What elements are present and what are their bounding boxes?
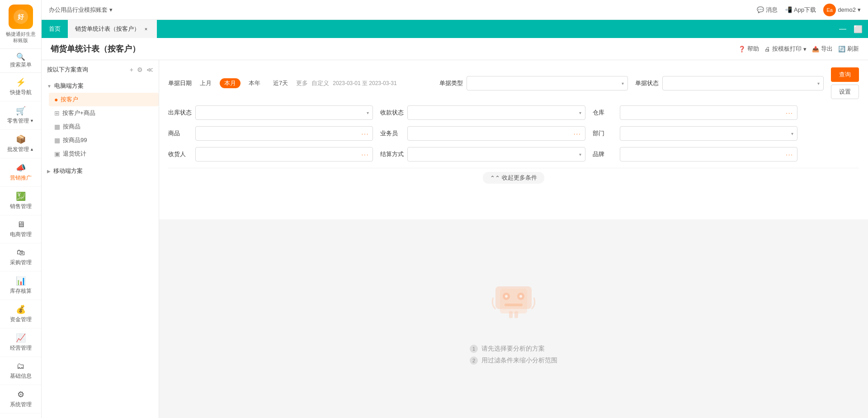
filter-item-by-product99[interactable]: ▦ 按商品99	[49, 133, 159, 147]
tab-home[interactable]: 首页	[42, 20, 68, 38]
help-icon: ❓	[738, 46, 745, 52]
doc-status-field: 单据状态 ▾	[635, 76, 824, 90]
sidebar-item-basics[interactable]: 🗂 基础信息	[0, 357, 41, 385]
wholesale-icon: 📦	[16, 134, 26, 144]
app-download-btn[interactable]: 📲 App下载	[785, 6, 816, 14]
product-dots: ···	[361, 130, 369, 137]
sidebar-item-quicknav-label: 快捷导航	[10, 89, 32, 96]
sidebar-item-quicknav[interactable]: ⚡ 快捷导航	[0, 73, 41, 101]
ecommerce-label: 电商管理	[10, 231, 32, 238]
wholesale-label: 批发管理	[7, 146, 29, 153]
purchase-icon: 🛍	[17, 248, 25, 257]
date-btn-7days[interactable]: 近7天	[269, 77, 292, 89]
date-btn-custom[interactable]: 自定义	[311, 79, 329, 87]
print-btn[interactable]: 🖨 按模板打印 ▾	[764, 45, 807, 53]
sidebar-item-marketing[interactable]: 📣 营销推广	[0, 158, 41, 187]
message-icon: 💬	[757, 6, 764, 13]
filter-add-btn[interactable]: +	[130, 66, 133, 73]
doc-type-select[interactable]: ▾	[467, 76, 628, 90]
page-header: 销货单统计表（按客户） ❓ 帮助 🖨 按模板打印 ▾ 📤 导出 🔄 刷新	[42, 38, 868, 60]
operations-icon: 📈	[16, 333, 26, 343]
company-dropdown[interactable]: 办公用品行业模拟账套 ▾	[49, 6, 113, 14]
receiver-select[interactable]: ···	[195, 147, 373, 162]
finance-icon: 💰	[16, 304, 26, 314]
date-btn-more[interactable]: 更多	[296, 79, 308, 87]
salesperson-select[interactable]: ···	[407, 126, 585, 141]
filter-item-returns[interactable]: ▣ 退货统计	[49, 147, 159, 161]
query-button[interactable]: 查询	[831, 67, 859, 82]
collapse-btn[interactable]: ⌃⌃ 收起更多条件	[483, 172, 544, 184]
tab-close-btn[interactable]: ×	[142, 25, 150, 33]
filter-section-mobile-header[interactable]: ▶ 移动端方案	[42, 164, 159, 178]
date-label: 单据日期	[168, 79, 192, 87]
department-field: 部门 ▾	[593, 126, 797, 141]
date-btn-this-month[interactable]: 本月	[220, 78, 241, 88]
inventory-label: 库存核算	[10, 287, 32, 295]
filter-sidebar: 按以下方案查询 + ⚙ ≪ ▼ 电脑端方案 ● 按客	[42, 60, 159, 418]
filter-item-by-customer[interactable]: ● 按客户	[49, 93, 159, 106]
sidebar-item-system[interactable]: ⚙ 系统管理	[0, 385, 41, 413]
filter-row-2: 出库状态 ▾ 收款状态 ▾	[168, 105, 859, 120]
department-label: 部门	[593, 129, 616, 138]
filter-collapse-btn[interactable]: ≪	[146, 66, 153, 73]
tab-active[interactable]: 销货单统计表（按客户） ×	[68, 20, 157, 38]
out-status-field: 出库状态 ▾	[168, 105, 373, 120]
by-product99-icon: ▦	[54, 137, 60, 144]
brand-select[interactable]: ···	[620, 147, 797, 162]
sidebar-item-finance[interactable]: 💰 资金管理	[0, 300, 41, 328]
product-field: 商品 ···	[168, 126, 373, 141]
sidebar-item-inventory[interactable]: 📊 库存核算	[0, 271, 41, 300]
warehouse-dots: ···	[786, 109, 793, 116]
basics-icon: 🗂	[17, 361, 25, 371]
collapse-label: 收起更多条件	[502, 174, 537, 182]
sidebar-item-sales[interactable]: 💹 销售管理	[0, 187, 41, 215]
product-select[interactable]: ···	[195, 126, 373, 141]
user-dropdown-arrow: ▾	[858, 6, 861, 13]
sidebar-item-wholesale[interactable]: 📦 批发管理 ▲	[0, 130, 41, 158]
doc-status-label: 单据状态	[635, 79, 659, 87]
message-btn[interactable]: 💬 消息	[757, 6, 778, 14]
sidebar-search[interactable]: 🔍 搜索菜单	[0, 49, 41, 73]
user-profile-btn[interactable]: Ea demo2 ▾	[823, 4, 861, 16]
receipt-status-field: 收款状态 ▾	[380, 105, 585, 120]
tab-bar-right: — ⬜	[837, 23, 868, 35]
logo-text: 畅捷通好生意 标账版	[4, 31, 38, 44]
brand-label: 品牌	[593, 150, 616, 158]
filter-settings-btn[interactable]: ⚙	[137, 66, 143, 73]
filter-sidebar-btns: + ⚙ ≪	[130, 66, 153, 73]
export-btn[interactable]: 📤 导出	[812, 45, 833, 53]
settlement-select[interactable]: ▾	[407, 147, 585, 162]
sidebar-item-enterprise[interactable]: 🤝 企业协同	[0, 413, 41, 418]
export-icon: 📤	[812, 46, 819, 52]
sidebar-item-ecommerce[interactable]: 🖥 电商管理	[0, 215, 41, 243]
doc-type-label: 单据类型	[439, 79, 463, 87]
date-btn-last-month[interactable]: 上月	[195, 77, 216, 89]
sidebar-item-purchase[interactable]: 🛍 采购管理	[0, 243, 41, 271]
refresh-btn[interactable]: 🔄 刷新	[838, 45, 859, 53]
sidebar-item-retail[interactable]: 🛒 零售管理 ▼	[0, 101, 41, 130]
warehouse-select[interactable]: ···	[620, 105, 797, 120]
content-body: 按以下方案查询 + ⚙ ≪ ▼ 电脑端方案 ● 按客	[42, 60, 868, 418]
sidebar-item-operations[interactable]: 📈 经营管理	[0, 328, 41, 357]
logo-image: 好	[9, 5, 33, 29]
tab-minimize-btn[interactable]: —	[837, 23, 848, 35]
filter-section-desktop-header[interactable]: ▼ 电脑端方案	[42, 79, 159, 93]
settlement-arrow: ▾	[579, 152, 581, 157]
filter-item-by-product[interactable]: ▦ 按商品	[49, 120, 159, 133]
help-btn[interactable]: ❓ 帮助	[738, 45, 759, 53]
filter-section-desktop-label: 电脑端方案	[54, 82, 84, 90]
receipt-status-select[interactable]: ▾	[407, 105, 585, 120]
doc-status-select[interactable]: ▾	[662, 76, 824, 90]
tab-maximize-btn[interactable]: ⬜	[852, 23, 864, 35]
department-select[interactable]: ▾	[620, 126, 797, 141]
out-status-select[interactable]: ▾	[195, 105, 373, 120]
receiver-field: 收货人 ···	[168, 147, 373, 162]
settings-button[interactable]: 设置	[831, 85, 859, 99]
help-label: 帮助	[747, 45, 759, 53]
finance-label: 资金管理	[10, 316, 32, 323]
sales-icon: 💹	[16, 191, 26, 201]
empty-tip-1: 1 请先选择要分析的方案	[470, 345, 557, 353]
date-btn-this-year[interactable]: 本年	[244, 77, 265, 89]
filter-item-by-customer-product[interactable]: ⊞ 按客户+商品	[49, 106, 159, 120]
print-dropdown-arrow: ▾	[803, 46, 807, 52]
